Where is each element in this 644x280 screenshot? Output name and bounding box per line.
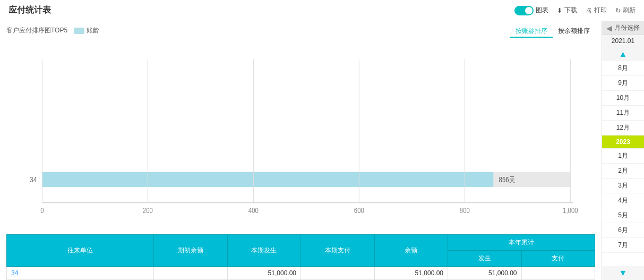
data-table: 往来单位 期初余额 本期发生 本期支付 余额 本年累计 发生 支付 [6, 234, 595, 280]
main-content: 客户应付排序图TOP5 账龄 按账龄排序 按余额排序 [0, 21, 644, 280]
th-opening: 期初余额 [154, 235, 228, 267]
table-area: 往来单位 期初余额 本期发生 本期支付 余额 本年累计 发生 支付 [6, 234, 595, 280]
sidebar-month-item[interactable]: 5月 [602, 208, 644, 223]
bar-chart: 34 856天 0 200 400 600 [6, 39, 595, 230]
chart-toggle-container: 图表 [514, 6, 548, 15]
th-current-occur: 本期发生 [227, 235, 301, 267]
td-current-occur: 51,000.00 [227, 267, 301, 280]
sidebar-month-item[interactable]: 12月 [602, 121, 644, 135]
month-down-button[interactable]: ▼ [602, 266, 644, 280]
sidebar-header: ◀ 月份选择 [602, 21, 644, 35]
right-sidebar: ◀ 月份选择 2021.01 ▲ 8月9月10月11月12月20231月2月3月… [602, 21, 644, 280]
table-row: 34 51,000.00 51,000.00 51,000.00 [7, 267, 595, 280]
sidebar-scroll[interactable]: 8月9月10月11月12月20231月2月3月4月5月6月7月 [602, 61, 644, 266]
td-opening [154, 267, 228, 280]
sidebar-month-item[interactable]: 4月 [602, 193, 644, 208]
download-label: 下载 [564, 6, 577, 15]
sort-tab-aging[interactable]: 按账龄排序 [510, 26, 553, 38]
th-unit: 往来单位 [7, 235, 154, 267]
svg-text:200: 200 [143, 206, 153, 215]
chart-legend: 客户应付排序图TOP5 账龄 [6, 26, 99, 35]
th-year-cumul: 本年累计 [448, 235, 595, 251]
legend-row: 客户应付排序图TOP5 账龄 按账龄排序 按余额排序 [6, 26, 595, 38]
svg-text:856天: 856天 [499, 175, 516, 184]
print-label: 打印 [594, 6, 607, 15]
sort-tab-balance[interactable]: 按余额排序 [553, 26, 595, 38]
unit-link[interactable]: 34 [11, 269, 18, 277]
app-container: 应付统计表 图表 ⬇ 下载 🖨 打印 ↻ 刷新 [0, 0, 644, 280]
legend-color-label: 账龄 [87, 26, 99, 35]
sidebar-month-item[interactable]: 2月 [602, 164, 644, 179]
svg-text:600: 600 [354, 206, 364, 215]
refresh-button[interactable]: ↻ 刷新 [615, 6, 636, 15]
sidebar-month-item[interactable]: 7月 [602, 238, 644, 253]
sidebar-month-item[interactable]: 8月 [602, 61, 644, 76]
chart-label: 图表 [536, 6, 548, 15]
svg-text:800: 800 [460, 206, 470, 215]
sidebar-month-item[interactable]: 3月 [602, 179, 644, 193]
td-balance: 51,000.00 [374, 267, 448, 280]
svg-text:0: 0 [40, 206, 44, 215]
download-icon: ⬇ [557, 7, 562, 14]
download-button[interactable]: ⬇ 下载 [557, 6, 577, 15]
refresh-icon: ↻ [615, 7, 621, 14]
left-panel: 客户应付排序图TOP5 账龄 按账龄排序 按余额排序 [0, 21, 602, 280]
sidebar-month-item[interactable]: 1月 [602, 149, 644, 164]
td-year-occur: 51,000.00 [448, 267, 522, 280]
print-button[interactable]: 🖨 打印 [586, 6, 607, 15]
sidebar-month-item[interactable]: 11月 [602, 106, 644, 121]
header-actions: 图表 ⬇ 下载 🖨 打印 ↻ 刷新 [514, 6, 636, 15]
sidebar-header-label: 月份选择 [614, 23, 640, 32]
td-current-pay [301, 267, 375, 280]
sidebar-month-item[interactable]: 9月 [602, 76, 644, 91]
sidebar-month-item[interactable]: 2023 [602, 135, 644, 149]
svg-text:34: 34 [30, 175, 37, 184]
svg-text:1,000: 1,000 [563, 206, 578, 215]
th-balance: 余额 [374, 235, 448, 267]
sidebar-expand-icon[interactable]: ◀ [606, 24, 612, 32]
th-year-pay: 支付 [521, 251, 595, 267]
sidebar-month-item[interactable]: 6月 [602, 223, 644, 238]
refresh-label: 刷新 [623, 6, 636, 15]
td-year-pay [521, 267, 595, 280]
print-icon: 🖨 [586, 7, 592, 14]
sidebar-month-item[interactable]: 10月 [602, 91, 644, 106]
legend-color-box [74, 28, 84, 34]
month-up-button[interactable]: ▲ [602, 47, 644, 61]
td-unit: 34 [7, 267, 154, 280]
chart-wrapper: 34 856天 0 200 400 600 [6, 39, 595, 230]
legend-label: 客户应付排序图TOP5 [6, 26, 67, 35]
chart-area: 客户应付排序图TOP5 账龄 按账龄排序 按余额排序 [0, 21, 602, 234]
th-year-occur: 发生 [448, 251, 522, 267]
chart-toggle[interactable] [514, 6, 534, 15]
th-current-pay: 本期支付 [301, 235, 375, 267]
legend-color-item: 账龄 [74, 26, 99, 35]
svg-text:400: 400 [248, 206, 259, 215]
sidebar-date: 2021.01 [602, 35, 644, 47]
page-title: 应付统计表 [8, 5, 51, 16]
svg-rect-2 [42, 172, 493, 187]
sort-tabs: 按账龄排序 按余额排序 [510, 26, 595, 38]
header: 应付统计表 图表 ⬇ 下载 🖨 打印 ↻ 刷新 [0, 0, 644, 21]
